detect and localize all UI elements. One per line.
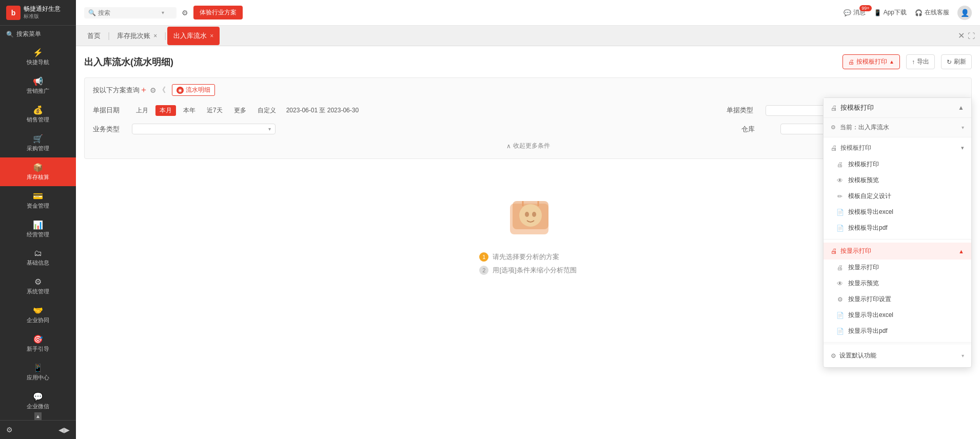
filter-add-btn[interactable]: ＋ xyxy=(140,85,148,95)
sidebar-item-enterprise[interactable]: 🤝 企业协同 xyxy=(0,301,76,329)
sidebar-item-label: 资金管理 xyxy=(27,202,49,210)
dp-display-excel-item[interactable]: 📄 按显示导出excel xyxy=(824,307,971,323)
display-print-label: 按显示打印 xyxy=(848,263,879,272)
user-avatar[interactable]: 👤 xyxy=(957,6,972,20)
sidebar-item-quick-nav[interactable]: ⚡ 快捷导航 xyxy=(0,43,76,71)
sidebar-item-basic[interactable]: 🗂 基础信息 xyxy=(0,244,76,272)
avatar-icon: 👤 xyxy=(961,9,969,17)
dp-header: 🖨 按模板打印 ▲ xyxy=(824,98,971,118)
tab-batch-close[interactable]: × xyxy=(153,32,157,39)
sidebar-item-sales[interactable]: 💰 销售管理 xyxy=(0,100,76,129)
app-download-link[interactable]: 📱 App下载 xyxy=(874,8,907,17)
dp-default-function-item[interactable]: ⚙ 设置默认功能 ▾ xyxy=(831,348,964,363)
tab-home-label: 首页 xyxy=(87,31,101,41)
filter-tag[interactable]: ◉ 流水明细 xyxy=(172,84,215,96)
print-header-icon: 🖨 xyxy=(831,104,837,112)
topbar-search-box[interactable]: 🔍 ▾ xyxy=(84,7,177,18)
empty-illustration xyxy=(502,196,554,242)
search-input[interactable] xyxy=(98,9,160,16)
dp-template-pdf-item[interactable]: 📄 按模板导出pdf xyxy=(824,220,971,236)
app-logo-icon: b xyxy=(6,6,21,20)
tab-batch-label: 库存批次账 xyxy=(117,31,150,41)
sidebar-item-label: 企业微信 xyxy=(27,403,49,410)
guide-icon: 🎯 xyxy=(33,334,43,344)
biz-type-chevron: ▾ xyxy=(268,126,271,132)
finance-icon: 💳 xyxy=(33,191,43,201)
dp-template-excel-item[interactable]: 📄 按模板导出excel xyxy=(824,204,971,220)
sidebar-item-label: 经营管理 xyxy=(27,231,49,238)
svg-point-4 xyxy=(532,212,536,217)
print-template-btn[interactable]: 🖨 按模板打印 ▲ xyxy=(842,54,900,69)
date-btn-this-month[interactable]: 本月 xyxy=(155,105,176,116)
online-service-link[interactable]: 🎧 在线客服 xyxy=(915,8,949,17)
tab-flow[interactable]: 出入库流水 × xyxy=(167,27,220,45)
template-preview-icon: 👁 xyxy=(836,177,844,184)
date-btn-7days[interactable]: 近7天 xyxy=(203,105,227,116)
dp-template-preview-item[interactable]: 👁 按模板预览 xyxy=(824,172,971,188)
sidebar-item-purchase[interactable]: 🛒 采购管理 xyxy=(0,129,76,157)
sidebar-bottom: ⚙ ◀▶ xyxy=(0,420,76,439)
date-range: 2023-06-01 至 2023-06-30 xyxy=(286,106,359,115)
template-preview-label: 按模板预览 xyxy=(848,176,879,185)
display-pdf-icon: 📄 xyxy=(836,328,844,335)
page-content: 出入库流水(流水明细) 🖨 按模板打印 ▲ ↑ 导出 ↻ 刷新 xyxy=(76,46,980,439)
template-print-section-icon: 🖨 xyxy=(831,144,837,152)
display-preview-label: 按显示预览 xyxy=(848,279,879,288)
sidebar-item-appcenter[interactable]: 📱 应用中心 xyxy=(0,358,76,387)
sidebar-search[interactable]: 🔍 搜索菜单 xyxy=(0,26,76,43)
export-btn[interactable]: ↑ 导出 xyxy=(906,54,935,69)
search-icon: 🔍 xyxy=(6,31,14,38)
step-1-num: 1 xyxy=(479,252,488,262)
menu-toggle-icon[interactable]: ◀▶ xyxy=(58,426,70,434)
sidebar-item-operation[interactable]: 📊 经营管理 xyxy=(0,215,76,244)
print-template-label: 按模板打印 xyxy=(856,57,887,66)
settings-icon[interactable]: ⚙ xyxy=(6,426,13,434)
collapse-icon: ∧ xyxy=(506,143,511,150)
sidebar-item-finance[interactable]: 💳 资金管理 xyxy=(0,186,76,215)
sidebar-item-system[interactable]: ⚙ 系统管理 xyxy=(0,272,76,301)
dp-header-chevron-icon[interactable]: ▲ xyxy=(958,104,964,111)
search-dropdown-icon[interactable]: ▾ xyxy=(162,10,164,15)
default-func-chevron-icon: ▾ xyxy=(962,353,964,358)
date-btn-this-year[interactable]: 本年 xyxy=(179,105,200,116)
tab-batch[interactable]: 库存批次账 × xyxy=(111,27,163,45)
display-print-section-icon: 🖨 xyxy=(831,247,837,255)
page-title: 出入库流水(流水明细) xyxy=(84,56,173,68)
dp-template-section-header[interactable]: 🖨 按模板打印 ▾ xyxy=(824,139,971,156)
sidebar-item-label: 新手引导 xyxy=(27,345,49,353)
tab-home[interactable]: 首页 xyxy=(81,27,107,45)
close-all-tabs-icon[interactable]: ✕ xyxy=(958,31,965,41)
filter-settings-btn[interactable]: ⚙ xyxy=(150,86,156,94)
sidebar-item-guide[interactable]: 🎯 新手引导 xyxy=(0,329,76,358)
filter-section-label: 按以下方案查询 xyxy=(93,86,140,95)
expand-tab-icon[interactable]: ⛶ xyxy=(968,32,975,40)
current-label: 当前：出入库流水 xyxy=(840,123,889,132)
sales-icon: 💰 xyxy=(33,105,43,115)
tabs-bar: 首页 | 库存批次账 × | 出入库流水 × ✕ ⛶ xyxy=(76,26,980,46)
topbar-gear-icon[interactable]: ⚙ xyxy=(182,9,188,17)
display-excel-label: 按显示导出excel xyxy=(848,311,893,320)
dp-display-pdf-item[interactable]: 📄 按显示导出pdf xyxy=(824,323,971,339)
biz-type-select[interactable]: ▾ xyxy=(132,124,276,134)
dp-display-settings-item[interactable]: ⚙ 按显示打印设置 xyxy=(824,291,971,307)
wechat-icon: 💬 xyxy=(33,392,43,402)
dp-current-item[interactable]: ⚙ 当前：出入库流水 ▾ xyxy=(824,118,971,137)
date-btn-custom[interactable]: 自定义 xyxy=(253,105,280,116)
dp-display-section-header[interactable]: 🖨 按显示打印 ▲ xyxy=(824,243,971,260)
dp-template-print-item[interactable]: 🖨 按模板打印 xyxy=(824,156,971,172)
refresh-btn[interactable]: ↻ 刷新 xyxy=(941,54,972,69)
dp-display-preview-item[interactable]: 👁 按显示预览 xyxy=(824,275,971,291)
sidebar-item-marketing[interactable]: 📢 营销推广 xyxy=(0,71,76,100)
tab-flow-close[interactable]: × xyxy=(210,32,213,39)
sidebar-item-wechat[interactable]: 💬 企业微信 xyxy=(0,387,76,412)
sidebar-scroll-up[interactable]: ▲ xyxy=(34,412,42,420)
message-badge[interactable]: 💬 消息 99+ xyxy=(844,8,866,17)
filter-collapse-btn[interactable]: 《 xyxy=(159,86,166,95)
date-btn-more[interactable]: 更多 xyxy=(230,105,250,116)
industry-btn[interactable]: 体验行业方案 xyxy=(193,6,243,19)
sidebar-item-inventory[interactable]: 📦 库存核算 xyxy=(0,157,76,186)
date-btn-last-month[interactable]: 上月 xyxy=(132,105,152,116)
dp-display-print-item[interactable]: 🖨 按显示打印 xyxy=(824,260,971,275)
biz-type-label: 业务类型 xyxy=(93,125,124,134)
dp-template-custom-item[interactable]: ✏ 模板自定义设计 xyxy=(824,188,971,204)
